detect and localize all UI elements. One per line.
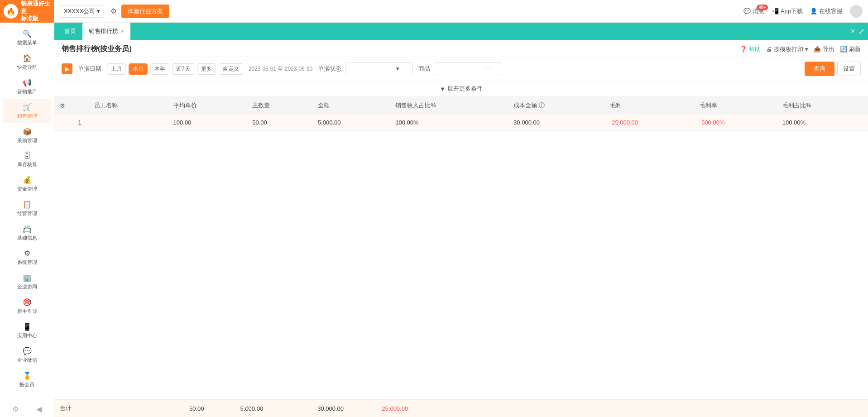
status-filter-label: 单据状态	[318, 65, 341, 73]
query-button[interactable]: 查询	[805, 62, 834, 76]
topbar-right: 💬 消息 99+ 📲 App下载 👤 在线客服	[743, 5, 863, 18]
date-filter-label: 单据日期	[78, 65, 101, 73]
table-container: ⚙ 员工名称 平均单价 主数量 全额 销售收入占比% 成本全额 ⓘ 毛利 毛利率…	[54, 97, 868, 399]
settings-button[interactable]: 设置	[837, 62, 861, 76]
tab-close-all-icon[interactable]: ×	[851, 27, 855, 36]
row-sales-ratio-cell: 100.00%	[390, 115, 508, 131]
table-footer: 合计 50.00 5,000.00 30,000.00 -25,000.00	[54, 399, 868, 417]
goods-filter-label: 商品	[418, 65, 430, 73]
app-download-button[interactable]: 📲 App下载	[772, 7, 803, 15]
help-button[interactable]: ❓ 帮助	[740, 45, 761, 53]
service-icon: 👤	[810, 8, 817, 14]
sidebar-item-marketing[interactable]: 📢 营销推广	[3, 75, 51, 99]
date-range-display: 2023-06-01 至 2023-06-30	[249, 65, 312, 73]
sidebar-collapse-icon[interactable]: ◀	[36, 405, 42, 413]
sidebar-item-enterprise[interactable]: 🏢 企业协同	[3, 270, 51, 294]
trial-button[interactable]: 体验行业方案	[121, 5, 169, 18]
date-this-month-btn[interactable]: 本月	[129, 63, 148, 75]
tab-sales-ranking[interactable]: 销售排行榜 ×	[82, 23, 130, 40]
row-rank-cell: 1	[71, 115, 89, 131]
message-badge: 99+	[757, 5, 768, 10]
sidebar-item-purchase[interactable]: 📦 采购管理	[3, 124, 51, 148]
toggle-filter-button[interactable]: ▶	[62, 63, 72, 74]
download-icon: 📲	[772, 8, 779, 14]
status-filter-group: 单据状态 ▾	[318, 62, 413, 75]
table-row: 1 100.00 50.00 5,000.00 100.00% 30,000.0…	[54, 115, 868, 131]
date-filters: 上月 本月 本年 近7天 更多 自定义	[107, 63, 243, 75]
date-more-btn[interactable]: 更多	[197, 63, 216, 75]
sidebar-item-inventory[interactable]: 🗄 库存核算	[3, 148, 51, 172]
sidebar-item-search[interactable]: 🔍 搜索菜单	[3, 26, 51, 50]
export-icon: 📤	[814, 46, 821, 53]
row-avg-price-cell: 100.00	[168, 115, 247, 131]
topbar: XXXXX公司 ▾ ⚙ 体验行业方案 💬 消息 99+ 📲 App下载 👤 在线…	[54, 0, 868, 23]
status-select[interactable]: ▾	[345, 62, 413, 75]
refresh-button[interactable]: 🔄 刷新	[840, 45, 861, 53]
footer-main-qty: 50.00	[189, 405, 204, 412]
row-gross-cell: -25,000.00	[604, 115, 694, 131]
row-name-cell	[89, 115, 168, 131]
online-service-button[interactable]: 👤 在线客服	[810, 7, 843, 15]
col-gross-rate: 毛利率	[694, 97, 777, 115]
col-sales-ratio: 销售收入占比%	[390, 97, 508, 115]
print-chevron-icon: ▾	[805, 46, 808, 53]
filter-row-1: ▶ 单据日期 上月 本月 本年 近7天 更多 自定义 2023-06-01 至 …	[62, 62, 861, 76]
export-button[interactable]: 📤 导出	[814, 45, 834, 53]
tab-close-icon[interactable]: ×	[121, 28, 124, 34]
main-area: XXXXX公司 ▾ ⚙ 体验行业方案 💬 消息 99+ 📲 App下载 👤 在线…	[54, 0, 868, 417]
tab-expand-icon[interactable]: ⤢	[858, 27, 864, 36]
print-button[interactable]: 🖨 按模板打印 ▾	[766, 45, 808, 53]
finance-icon: 💰	[23, 176, 32, 184]
page-header: 销售排行榜(按业务员) ❓ 帮助 🖨 按模板打印 ▾ 📤 导出 🔄 刷新	[54, 40, 868, 57]
goods-select[interactable]: ···	[434, 62, 502, 75]
column-settings-icon[interactable]: ⚙	[60, 102, 65, 109]
member-icon: 🏅	[23, 371, 32, 380]
basic-icon: 📇	[23, 225, 32, 233]
message-button[interactable]: 💬 消息 99+	[743, 7, 764, 15]
print-icon: 🖨	[766, 46, 772, 53]
beginner-icon: 🎯	[23, 298, 32, 307]
date-last-7-days-btn[interactable]: 近7天	[172, 63, 194, 75]
sidebar-item-wechat[interactable]: 💬 企业微信	[3, 343, 51, 367]
tab-home[interactable]: 首页	[58, 23, 82, 40]
row-amount-cell: 5,000.00	[312, 115, 390, 131]
sidebar-logo: 🔥 畅康通好生意 标准版	[0, 0, 54, 23]
sidebar-item-system[interactable]: ⚙ 系统管理	[3, 245, 51, 269]
tabbar: 首页 销售排行榜 × × ⤢	[54, 23, 868, 40]
user-avatar[interactable]	[850, 5, 863, 18]
date-last-month-btn[interactable]: 上月	[107, 63, 126, 75]
company-name: XXXXX公司	[64, 7, 95, 15]
marketing-icon: 📢	[23, 78, 32, 87]
page-title: 销售排行榜(按业务员)	[62, 44, 132, 54]
sidebar-item-basic[interactable]: 📇 基础信息	[3, 221, 51, 245]
sidebar: 🔥 畅康通好生意 标准版 🔍 搜索菜单 🏠 快捷导航 📢 营销推广 🛒 销售管理…	[0, 0, 54, 417]
date-custom-btn[interactable]: 自定义	[219, 63, 243, 75]
content-area: 销售排行榜(按业务员) ❓ 帮助 🖨 按模板打印 ▾ 📤 导出 🔄 刷新	[54, 40, 868, 417]
sidebar-item-operations[interactable]: 📋 经营管理	[3, 197, 51, 220]
sidebar-item-sales[interactable]: 🛒 销售管理	[3, 99, 51, 123]
expand-row: ▼ 展开更多条件	[54, 81, 868, 97]
col-amount: 全额	[312, 97, 390, 115]
topbar-settings-icon[interactable]: ⚙	[110, 7, 117, 15]
goods-more-icon[interactable]: ···	[485, 65, 491, 73]
row-main-qty-cell: 50.00	[247, 115, 312, 131]
appstore-icon: 📱	[23, 322, 32, 331]
expand-chevron-icon: ▼	[440, 86, 446, 92]
company-selector[interactable]: XXXXX公司 ▾	[60, 5, 104, 18]
sales-icon: 🛒	[23, 103, 32, 111]
sidebar-item-member[interactable]: 🏅 畅会员	[3, 368, 51, 392]
ranking-table: ⚙ 员工名称 平均单价 主数量 全额 销售收入占比% 成本全额 ⓘ 毛利 毛利率…	[54, 97, 868, 131]
logo-text: 畅康通好生意 标准版	[21, 0, 50, 23]
date-this-year-btn[interactable]: 本年	[150, 63, 169, 75]
sidebar-item-finance[interactable]: 💰 资金管理	[3, 172, 51, 196]
sidebar-item-appstore[interactable]: 📱 应用中心	[3, 319, 51, 343]
wechat-icon: 💬	[23, 347, 32, 355]
sidebar-item-quick-nav[interactable]: 🏠 快捷导航	[3, 50, 51, 74]
operations-icon: 📋	[23, 200, 32, 209]
expand-conditions-button[interactable]: ▼ 展开更多条件	[432, 83, 490, 95]
sidebar-item-beginner[interactable]: 🎯 新手引导	[3, 294, 51, 318]
help-icon: ❓	[740, 46, 747, 53]
sidebar-nav: 🔍 搜索菜单 🏠 快捷导航 📢 营销推广 🛒 销售管理 📦 采购管理 🗄 库存核…	[0, 23, 54, 401]
sidebar-settings-icon[interactable]: ⚙	[12, 405, 19, 413]
row-settings-cell	[54, 115, 71, 131]
